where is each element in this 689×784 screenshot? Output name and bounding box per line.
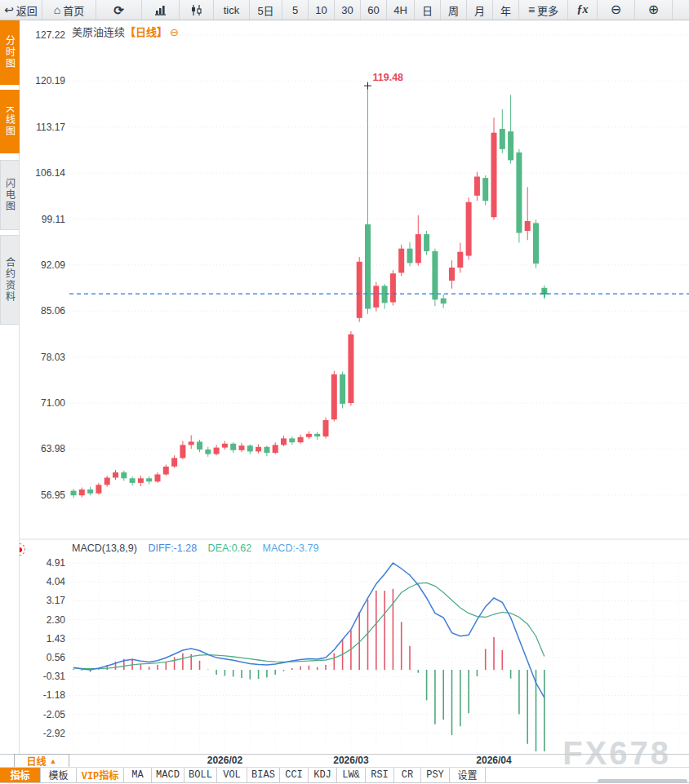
tab-boll[interactable]: BOLL — [184, 768, 217, 782]
toolbar-zoom-in[interactable]: ⊕ — [635, 0, 673, 20]
refresh-icon: ⟳ — [113, 4, 124, 16]
tab-kdj[interactable]: KDJ — [309, 768, 337, 782]
toolbar-day[interactable]: 日 — [415, 0, 441, 20]
svg-text:92.09: 92.09 — [41, 259, 65, 271]
svg-text:-2.05: -2.05 — [43, 709, 66, 720]
sidebar-tab-lightning[interactable]: 闪电图 — [0, 160, 20, 230]
toolbar-home[interactable]: ⌂首页 — [42, 0, 96, 20]
toolbar-item-label: ƒx — [577, 3, 589, 16]
chart-canvas[interactable]: 127.22120.19113.17106.1499.1192.0985.067… — [0, 0, 689, 784]
macd-indicator-labels: MACD(13,8,9) DIFF:-1.28 DEA:0.62 MACD:-3… — [72, 543, 318, 554]
toolbar-item-label: tick — [224, 4, 240, 16]
svg-text:4.91: 4.91 — [47, 557, 66, 569]
macd-params-label: MACD(13,8,9) — [72, 543, 137, 554]
toolbar-line-chart[interactable] — [142, 0, 180, 20]
home-icon: ⌂ — [54, 4, 60, 16]
toolbar-item-label: 周 — [448, 2, 459, 18]
tab-settings[interactable]: 设置 — [450, 768, 486, 782]
menu-icon: ≡ — [528, 4, 535, 16]
svg-text:78.03: 78.03 — [41, 352, 65, 363]
candlestick-icon — [191, 5, 202, 16]
toolbar-tick[interactable]: tick — [214, 0, 250, 20]
toolbar-item-label: 年 — [500, 2, 511, 18]
trading-app: ↩返回⌂首页⟳tick5日51030604H日周月年≡更多ƒx⊖⊕ 分时图K线图… — [0, 0, 689, 784]
tab-rsi[interactable]: RSI — [366, 768, 394, 782]
period-dropdown-button[interactable]: 日线 ▲ — [14, 754, 69, 768]
collapse-pane-icon[interactable]: ⊖ — [170, 26, 179, 38]
toolbar-5d[interactable]: 5日 — [250, 0, 282, 20]
zoom-in-icon: ⊕ — [648, 3, 659, 16]
toolbar-4h[interactable]: 4H — [387, 0, 415, 20]
toolbar-item-label: 60 — [367, 4, 379, 16]
toolbar: ↩返回⌂首页⟳tick5日51030604H日周月年≡更多ƒx⊖⊕ — [0, 0, 689, 20]
svg-text:106.14: 106.14 — [35, 167, 65, 179]
svg-text:-1.18: -1.18 — [43, 689, 66, 701]
tab-template[interactable]: 模板 — [41, 768, 77, 782]
toolbar-60[interactable]: 60 — [361, 0, 387, 20]
svg-text:119.48: 119.48 — [373, 72, 404, 83]
sidebar-tab-kline[interactable]: K线图 — [0, 90, 20, 153]
toolbar-year[interactable]: 年 — [493, 0, 519, 20]
svg-text:85.06: 85.06 — [41, 305, 65, 317]
period-dropdown-label: 日线 — [27, 754, 47, 768]
horizontal-scrollbar-thumb[interactable] — [598, 779, 687, 783]
dea-value-label: DEA:0.62 — [208, 543, 252, 554]
svg-text:63.98: 63.98 — [41, 443, 65, 454]
sidebar-tab-contract[interactable]: 合约资料 — [0, 235, 20, 325]
svg-text:120.19: 120.19 — [35, 75, 65, 86]
toolbar-item-label: 日 — [422, 2, 433, 18]
toolbar-5[interactable]: 5 — [282, 0, 309, 20]
toolbar-item-label: 10 — [315, 4, 327, 16]
indicator-tab-bar: 指标模板VIP指标MAMACDBOLLVOLBIASCCIKDJLW&RSICR… — [0, 767, 689, 783]
svg-text:3.17: 3.17 — [47, 595, 66, 606]
svg-text:113.17: 113.17 — [36, 122, 65, 133]
svg-text:127.22: 127.22 — [35, 29, 65, 41]
toolbar-10[interactable]: 10 — [309, 0, 335, 20]
tab-vol[interactable]: VOL — [217, 768, 247, 782]
toolbar-item-label: 30 — [341, 4, 353, 16]
toolbar-spacer — [673, 0, 689, 20]
tab-lw[interactable]: LW& — [337, 768, 366, 782]
date-axis-row — [0, 754, 689, 768]
diff-value-label: DIFF:-1.28 — [148, 543, 197, 554]
back-arrow-icon: ↩ — [4, 4, 14, 16]
zoom-out-icon: ⊖ — [611, 3, 621, 16]
toolbar-item-label: 5 — [292, 4, 298, 16]
toolbar-month[interactable]: 月 — [467, 0, 493, 20]
macd-value-label: MACD:-3.79 — [263, 543, 319, 554]
toolbar-refresh[interactable]: ⟳ — [96, 0, 142, 20]
toolbar-item-label: 返回 — [16, 2, 38, 18]
tab-psy[interactable]: PSY — [421, 768, 450, 782]
svg-text:99.11: 99.11 — [42, 214, 65, 225]
toolbar-item-label: 月 — [474, 2, 485, 18]
sidebar-tab-timeshare[interactable]: 分时图 — [0, 20, 20, 85]
toolbar-zoom-out[interactable]: ⊖ — [598, 0, 635, 20]
chart-type-sidebar: 分时图K线图闪电图合约资料 — [0, 20, 20, 754]
toolbar-item-label: 更多 — [537, 2, 558, 18]
tab-cr[interactable]: CR — [394, 768, 421, 782]
svg-text:2.30: 2.30 — [47, 614, 66, 626]
toolbar-more[interactable]: ≡更多 — [519, 0, 568, 20]
toolbar-candle-chart[interactable] — [180, 0, 214, 20]
svg-text:71.00: 71.00 — [41, 397, 65, 409]
svg-text:4.04: 4.04 — [47, 576, 66, 587]
tab-cci[interactable]: CCI — [280, 768, 309, 782]
chart-title: 美原油连续【日线】⊖ — [72, 24, 179, 39]
toolbar-item-label: 5日 — [257, 2, 273, 18]
tab-macd[interactable]: MACD — [152, 768, 184, 782]
toolbar-back[interactable]: ↩返回 — [0, 0, 42, 20]
svg-text:1.43: 1.43 — [47, 633, 66, 644]
tab-ma[interactable]: MA — [124, 768, 152, 782]
toolbar-fx[interactable]: ƒx — [568, 0, 598, 20]
tab-bias[interactable]: BIAS — [247, 768, 280, 782]
svg-text:-2.92: -2.92 — [43, 728, 66, 739]
toolbar-item-label: 首页 — [63, 2, 84, 18]
toolbar-week[interactable]: 周 — [441, 0, 467, 20]
bar-chart-icon — [154, 5, 167, 16]
toolbar-30[interactable]: 30 — [335, 0, 361, 20]
symbol-name: 美原油连续 — [72, 26, 125, 38]
tab-vip-indicator[interactable]: VIP指标 — [77, 768, 124, 782]
tab-indicator[interactable]: 指标 — [0, 768, 41, 782]
period-tag: 【日线】 — [125, 26, 167, 38]
svg-text:0.56: 0.56 — [47, 652, 66, 663]
